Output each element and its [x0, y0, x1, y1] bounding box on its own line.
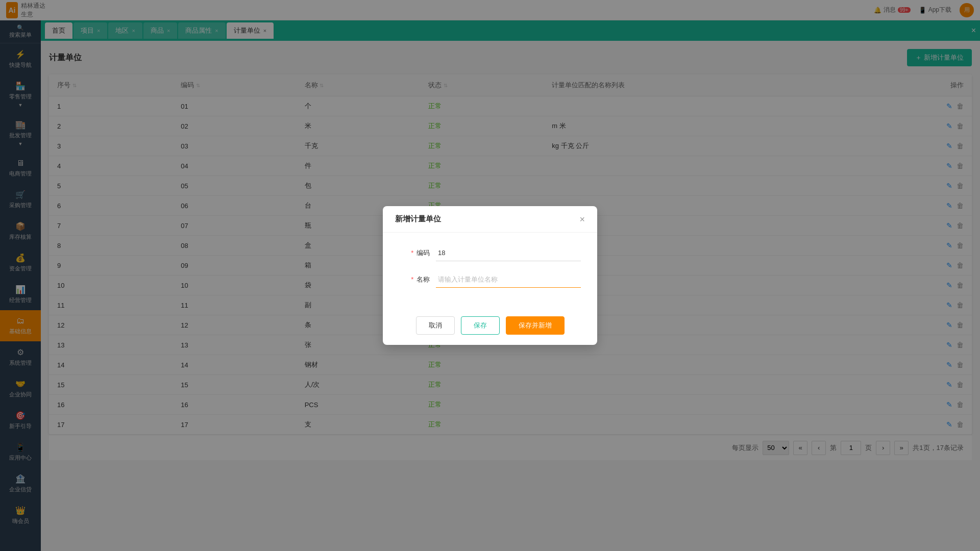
form-row-code: * 编码 — [399, 245, 581, 261]
modal-body: * 编码 * 名称 — [383, 233, 597, 310]
add-unit-modal: 新增计量单位 × * 编码 * 名称 取消 保存 保存并新增 — [383, 206, 597, 345]
save-button[interactable]: 保存 — [461, 316, 500, 335]
modal-overlay: 新增计量单位 × * 编码 * 名称 取消 保存 保存并新增 — [0, 0, 980, 551]
code-label: * 编码 — [399, 248, 430, 258]
cancel-button[interactable]: 取消 — [416, 316, 455, 335]
form-row-name: * 名称 — [399, 271, 581, 288]
name-label-text: 名称 — [416, 276, 430, 283]
name-label: * 名称 — [399, 275, 430, 284]
code-input[interactable] — [436, 245, 581, 261]
required-star-name: * — [411, 276, 413, 283]
name-input[interactable] — [436, 271, 581, 288]
required-star-code: * — [411, 249, 413, 257]
modal-header: 新增计量单位 × — [383, 206, 597, 233]
modal-title: 新增计量单位 — [395, 214, 441, 224]
save-and-new-button[interactable]: 保存并新增 — [506, 316, 565, 335]
modal-close-btn[interactable]: × — [579, 215, 585, 224]
code-label-text: 编码 — [416, 249, 430, 257]
modal-footer: 取消 保存 保存并新增 — [383, 310, 597, 345]
